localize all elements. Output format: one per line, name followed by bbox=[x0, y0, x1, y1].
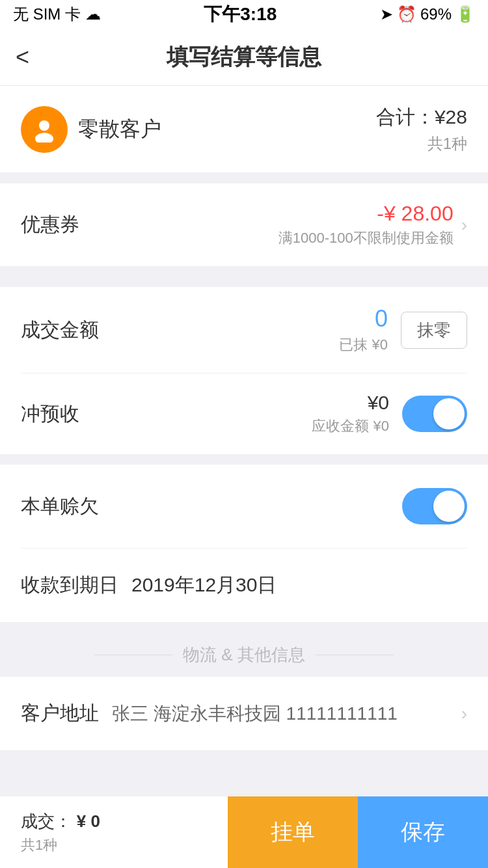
customer-total: 合计：¥28 共1种 bbox=[376, 104, 467, 154]
transaction-row: 成交金额 0 已抹 ¥0 抹零 bbox=[21, 287, 467, 373]
hang-button[interactable]: 挂单 bbox=[228, 796, 358, 868]
bottom-bar: 成交： ¥ 0 共1种 挂单 保存 bbox=[0, 796, 488, 868]
back-button[interactable]: < bbox=[16, 44, 29, 71]
transaction-right: 0 已抹 ¥0 抹零 bbox=[339, 305, 467, 355]
separator-line-left bbox=[94, 655, 172, 655]
round-button[interactable]: 抹零 bbox=[401, 312, 467, 349]
advance-row: 冲预收 ¥0 应收金额 ¥0 bbox=[21, 373, 467, 454]
coupon-amount: -¥ 28.00 bbox=[278, 202, 454, 226]
debt-toggle-knob bbox=[433, 491, 465, 522]
separator-label: 物流 & 其他信息 bbox=[183, 644, 305, 666]
status-bar: 无 SIM 卡 ☁ 下午3:18 ➤ ⏰ 69% 🔋 bbox=[0, 0, 488, 29]
transaction-label: 成交金额 bbox=[21, 317, 99, 344]
customer-avatar bbox=[21, 106, 68, 153]
status-left: 无 SIM 卡 ☁ bbox=[13, 4, 101, 25]
page-title: 填写结算等信息 bbox=[167, 42, 321, 72]
transaction-deducted: 已抹 ¥0 bbox=[339, 335, 388, 355]
due-date-label: 收款到期日 bbox=[21, 572, 118, 599]
coupon-row[interactable]: 优惠券 -¥ 28.00 满1000-100不限制使用金额 › bbox=[0, 183, 488, 266]
alarm-icon: ⏰ bbox=[397, 5, 416, 23]
debt-toggle[interactable] bbox=[402, 488, 467, 524]
separator-text: 物流 & 其他信息 bbox=[94, 644, 394, 666]
advance-amount: ¥0 bbox=[312, 392, 389, 414]
advance-right: ¥0 应收金额 ¥0 bbox=[312, 392, 467, 436]
bottom-deal-line: 成交： ¥ 0 bbox=[21, 810, 207, 833]
status-time: 下午3:18 bbox=[204, 2, 277, 27]
hang-label: 挂单 bbox=[271, 817, 315, 847]
bottom-info: 成交： ¥ 0 共1种 bbox=[0, 810, 228, 855]
debt-section: 本单赊欠 收款到期日 2019年12月30日 bbox=[0, 465, 488, 622]
due-date-row[interactable]: 收款到期日 2019年12月30日 bbox=[21, 549, 467, 622]
divider-2 bbox=[0, 454, 488, 465]
transaction-value[interactable]: 0 bbox=[339, 305, 388, 332]
bottom-deal-label: 成交： bbox=[21, 811, 72, 831]
customer-section: 零散客户 合计：¥28 共1种 bbox=[0, 86, 488, 172]
bottom-count: 共1种 bbox=[21, 835, 207, 855]
coupon-section: 优惠券 -¥ 28.00 满1000-100不限制使用金额 › bbox=[0, 183, 488, 266]
coupon-right: -¥ 28.00 满1000-100不限制使用金额 › bbox=[278, 202, 467, 248]
transaction-section: 成交金额 0 已抹 ¥0 抹零 冲预收 ¥0 应收金额 ¥0 bbox=[0, 287, 488, 454]
coupon-chevron-icon: › bbox=[461, 215, 467, 236]
address-row[interactable]: 客户地址 张三 海淀永丰科技园 11111111111 › bbox=[21, 677, 467, 750]
address-chevron-icon: › bbox=[461, 703, 467, 724]
content-area: 零散客户 合计：¥28 共1种 优惠券 -¥ 28.00 满1000-100不限… bbox=[0, 86, 488, 839]
customer-name: 零散客户 bbox=[78, 115, 161, 144]
svg-point-0 bbox=[39, 120, 49, 131]
sim-status: 无 SIM 卡 ☁ bbox=[13, 4, 101, 25]
debt-row: 本单赊欠 bbox=[21, 465, 467, 549]
battery-icon: 🔋 bbox=[455, 5, 475, 23]
coupon-desc: 满1000-100不限制使用金额 bbox=[278, 228, 454, 248]
save-label: 保存 bbox=[401, 817, 445, 847]
due-date-value: 2019年12月30日 bbox=[131, 572, 277, 599]
advance-toggle-knob bbox=[433, 398, 465, 429]
bottom-amount: ¥ 0 bbox=[77, 811, 100, 831]
customer-left: 零散客户 bbox=[21, 106, 161, 153]
advance-receivable: 应收金额 ¥0 bbox=[312, 416, 389, 436]
customer-row: 零散客户 合计：¥28 共1种 bbox=[0, 86, 488, 172]
address-section: 客户地址 张三 海淀永丰科技园 11111111111 › bbox=[0, 677, 488, 750]
total-amount: 合计：¥28 bbox=[376, 104, 467, 131]
address-label: 客户地址 bbox=[21, 700, 99, 727]
battery-level: 69% bbox=[420, 5, 452, 23]
advance-toggle[interactable] bbox=[402, 396, 467, 432]
total-count: 共1种 bbox=[376, 133, 467, 154]
location-icon: ➤ bbox=[380, 5, 393, 23]
coupon-label: 优惠券 bbox=[21, 211, 79, 238]
address-value: 张三 海淀永丰科技园 11111111111 bbox=[112, 701, 461, 726]
separator-line-right bbox=[316, 655, 394, 655]
status-right: ➤ ⏰ 69% 🔋 bbox=[380, 5, 475, 23]
nav-bar: < 填写结算等信息 bbox=[0, 29, 488, 86]
advance-label: 冲预收 bbox=[21, 401, 79, 427]
coupon-value-block: -¥ 28.00 满1000-100不限制使用金额 bbox=[278, 202, 454, 248]
divider-1 bbox=[0, 277, 488, 287]
debt-label: 本单赊欠 bbox=[21, 493, 99, 520]
save-button[interactable]: 保存 bbox=[358, 796, 488, 868]
advance-values: ¥0 应收金额 ¥0 bbox=[312, 392, 389, 436]
transaction-amount-area: 0 已抹 ¥0 bbox=[339, 305, 388, 355]
logistics-separator: 物流 & 其他信息 bbox=[0, 632, 488, 677]
svg-point-1 bbox=[35, 133, 53, 142]
